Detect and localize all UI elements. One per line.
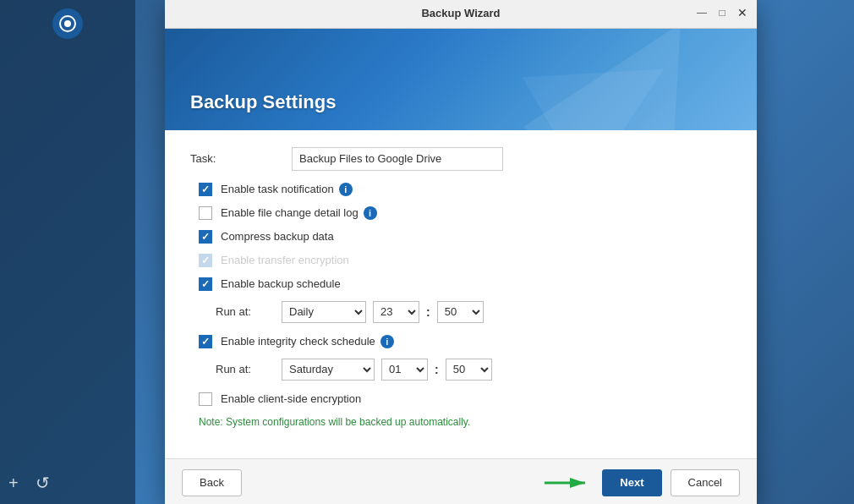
transfer-encryption-row: ✓ Enable transfer encryption xyxy=(190,254,731,267)
header-title: Backup Settings xyxy=(190,91,336,113)
enable-file-change-label: Enable file change detail log xyxy=(221,206,359,219)
compress-backup-label: Compress backup data xyxy=(221,230,334,243)
back-button[interactable]: Back xyxy=(182,469,242,496)
backup-hour-select[interactable]: 23 00 01 02 xyxy=(373,301,419,323)
next-area: Next Cancel xyxy=(543,469,740,496)
close-button[interactable]: ✕ xyxy=(735,5,750,20)
backup-schedule-row: ✓ Enable backup schedule xyxy=(190,277,731,291)
notification-info-icon[interactable]: i xyxy=(339,183,353,196)
note-text: Note: System configurations will be back… xyxy=(190,416,731,428)
transfer-encryption-label: Enable transfer encryption xyxy=(221,254,349,266)
client-encryption-checkbox[interactable] xyxy=(199,392,212,406)
enable-file-change-checkbox[interactable] xyxy=(199,206,212,220)
backup-minute-select[interactable]: 50 00 15 30 45 xyxy=(437,301,484,323)
task-row: Task: xyxy=(190,147,731,171)
backup-schedule-checkbox[interactable]: ✓ xyxy=(199,277,212,291)
backup-schedule-label: Enable backup schedule xyxy=(221,277,341,290)
next-arrow-indicator xyxy=(543,470,594,496)
compress-backup-row: ✓ Compress backup data xyxy=(190,230,731,244)
transfer-encryption-checkbox[interactable]: ✓ xyxy=(199,254,212,267)
add-button[interactable]: + xyxy=(8,474,19,493)
maximize-button[interactable]: □ xyxy=(714,5,730,20)
wizard-header: Backup Settings xyxy=(165,29,757,130)
history-button[interactable]: ↺ xyxy=(36,473,50,493)
integrity-hour-select[interactable]: 01 00 02 03 xyxy=(381,359,428,381)
task-label: Task: xyxy=(190,152,292,165)
client-encryption-label: Enable client-side encryption xyxy=(221,392,361,405)
enable-notification-row: ✓ Enable task notification i xyxy=(190,183,731,196)
integrity-schedule-time-row: Run at: Saturday Sunday Monday Tuesday W… xyxy=(190,359,731,381)
backup-schedule-time-row: Run at: Daily Weekly Monthly 23 00 01 02… xyxy=(190,301,731,323)
enable-notification-label: Enable task notification xyxy=(221,183,334,195)
integrity-check-info-icon[interactable]: i xyxy=(380,335,394,348)
backup-wizard-window: Backup Wizard — □ ✕ Backup Settings Task… xyxy=(165,0,757,504)
backup-frequency-select[interactable]: Daily Weekly Monthly xyxy=(282,301,366,323)
enable-notification-checkbox[interactable]: ✓ xyxy=(199,183,212,196)
taskbar-bottom: + ↺ xyxy=(0,462,135,504)
minimize-button[interactable]: — xyxy=(694,5,709,20)
integrity-run-at-label: Run at: xyxy=(216,363,275,375)
desktop: + ↺ Backup Wizard — □ ✕ Backup Settings … xyxy=(0,0,854,504)
compress-backup-checkbox[interactable]: ✓ xyxy=(199,230,212,244)
taskbar: + ↺ xyxy=(0,0,135,504)
integrity-check-label: Enable integrity check schedule xyxy=(221,335,375,348)
file-change-info-icon[interactable]: i xyxy=(364,206,377,220)
integrity-frequency-select[interactable]: Saturday Sunday Monday Tuesday Wednesday… xyxy=(282,359,375,381)
wizard-content: Task: ✓ Enable task notification i Enabl… xyxy=(165,130,757,458)
integrity-check-row: ✓ Enable integrity check schedule i xyxy=(190,335,731,348)
enable-file-change-row: Enable file change detail log i xyxy=(190,206,731,220)
integrity-check-checkbox[interactable]: ✓ xyxy=(199,335,212,348)
wizard-footer: Back Next Cancel xyxy=(165,458,757,505)
backup-run-at-label: Run at: xyxy=(216,305,275,318)
svg-point-1 xyxy=(64,20,71,27)
window-title: Backup Wizard xyxy=(421,7,500,19)
app-logo xyxy=(52,8,83,39)
task-input[interactable] xyxy=(292,147,503,171)
window-controls: — □ ✕ xyxy=(694,5,750,20)
cancel-button[interactable]: Cancel xyxy=(671,469,740,496)
next-button[interactable]: Next xyxy=(602,469,661,496)
integrity-minute-select[interactable]: 50 00 15 30 45 xyxy=(446,359,492,381)
title-bar: Backup Wizard — □ ✕ xyxy=(165,0,757,29)
backup-colon: : xyxy=(426,305,430,319)
client-encryption-row: Enable client-side encryption xyxy=(190,392,731,406)
integrity-colon: : xyxy=(435,363,439,376)
